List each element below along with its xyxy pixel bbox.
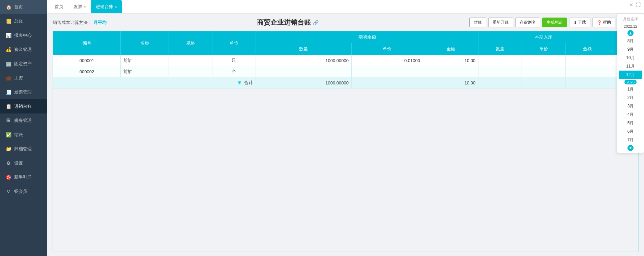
total-icon: ⊞ [238, 80, 241, 85]
row1-in-price [522, 55, 565, 66]
inventory-table: 编号 名称 规格 单位 期初余额 本期入库 数 数量 单价 金额 数量 单价 [53, 31, 638, 88]
sidebar-item-fund-management[interactable]: 💰 资金管理 [0, 43, 47, 57]
tab-invoice[interactable]: 发票 × [69, 0, 90, 13]
sidebar-item-general-ledger[interactable]: 📒 总账 [0, 14, 47, 28]
help-icon: ❓ [597, 20, 602, 25]
tax-icon: 🏛 [5, 118, 11, 123]
sidebar-item-settings[interactable]: ⚙ 设置 [0, 156, 47, 170]
row2-open-qty [256, 66, 352, 77]
tab-purchase-sales[interactable]: 进销台账 × [91, 0, 121, 13]
window-controls: ✕ ⛶ [629, 2, 641, 7]
invoice-icon: 🧾 [5, 89, 11, 95]
month-scroll-down[interactable]: ▼ [627, 145, 634, 151]
close-invoice-tab[interactable]: × [84, 5, 86, 9]
col-open-amount: 金额 [423, 43, 478, 55]
sidebar-item-tax-management[interactable]: 🏛 税务管理 [0, 113, 47, 128]
row1-open-amount: 10.00 [423, 55, 478, 66]
reopen-button[interactable]: 重新开账 [488, 18, 513, 27]
total-open-price [351, 77, 423, 88]
month-item-1[interactable]: 1月 [617, 85, 644, 94]
close-purchase-sales-tab[interactable]: × [115, 5, 117, 9]
sidebar-item-checkout[interactable]: ✅ 结账 [0, 128, 47, 142]
month-item-3[interactable]: 3月 [617, 102, 644, 110]
sidebar-item-report-center[interactable]: 📊 报表中心 [0, 28, 47, 43]
col-current-in: 本期入库 [478, 31, 609, 43]
month-item-5[interactable]: 5月 [617, 119, 644, 127]
col-in-amount: 金额 [565, 43, 609, 55]
total-label: ⊞ 合计 [53, 77, 256, 88]
month-item-7[interactable]: 7月 [617, 136, 644, 144]
generate-voucher-button[interactable]: 生成凭证 [542, 18, 567, 27]
cost-method: 销售成本计算方法： 月平均 [53, 20, 107, 26]
row1-in-qty [478, 55, 522, 66]
row1-name: 前缸 [121, 55, 169, 66]
sidebar-item-fixed-assets[interactable]: 🏢 固定资产 [0, 57, 47, 71]
month-item-10[interactable]: 10月 [617, 54, 644, 62]
row1-in-amount [565, 55, 609, 66]
col-unit: 单位 [212, 31, 256, 55]
row2-in-price [522, 66, 565, 77]
fund-icon: 💰 [5, 47, 11, 52]
total-in-price [522, 77, 565, 88]
sidebar-item-archive-management[interactable]: 📁 归档管理 [0, 142, 47, 156]
col-open-price: 单价 [351, 43, 423, 55]
scroll-up-nav: ▲ [617, 29, 644, 37]
reconcile-button[interactable]: 对账 [469, 18, 486, 27]
table-row[interactable]: 000002 前缸 个 [53, 66, 638, 77]
tab-bar: 首页 发票 × 进销台账 × [47, 0, 644, 14]
row2-open-amount [423, 66, 478, 77]
month-item-2[interactable]: 2月 [617, 94, 644, 102]
checkout-icon: ✅ [5, 132, 11, 137]
total-open-qty: 1000.00000 [256, 77, 352, 88]
month-item-12[interactable]: 12月 [619, 71, 642, 79]
settings-icon: ⚙ [5, 160, 11, 166]
toolbar: 对账 重新开账 存货别名 生成凭证 ⬇ 下载 ❓ 帮助 ↻ 刷新 [469, 18, 639, 27]
month-item-6[interactable]: 6月 [617, 127, 644, 136]
year-2022-label: 2022.12 [617, 23, 644, 29]
month-item-11[interactable]: 11月 [617, 62, 644, 71]
sidebar-item-payroll[interactable]: 💼 工资 [0, 71, 47, 85]
data-table-wrapper: 编号 名称 规格 单位 期初余额 本期入库 数 数量 单价 金额 数量 单价 [53, 31, 639, 252]
guide-icon: 🎯 [5, 175, 11, 180]
scroll-down-nav: ▼ [617, 144, 644, 152]
ledger-icon: 📒 [5, 19, 11, 24]
col-code: 编号 [53, 31, 121, 55]
col-opening-balance: 期初余额 [256, 31, 478, 43]
sidebar-item-guide[interactable]: 🎯 新手引导 [0, 170, 47, 184]
sidebar: 🏠 首页 📒 总账 📊 报表中心 💰 资金管理 🏢 固定资产 💼 工资 🧾 发票… [0, 0, 47, 256]
total-in-amount [565, 77, 609, 88]
fixed-assets-icon: 🏢 [5, 61, 11, 67]
row1-unit: 只 [212, 55, 256, 66]
report-icon: 📊 [5, 33, 11, 38]
purchase-sales-icon: 📋 [5, 104, 11, 109]
row2-code: 000002 [53, 66, 121, 77]
total-open-amount: 10.00 [423, 77, 478, 88]
link-icon[interactable]: 🔗 [313, 20, 319, 25]
row2-in-qty [478, 66, 522, 77]
month-item-4[interactable]: 4月 [617, 110, 644, 119]
help-button[interactable]: ❓ 帮助 [592, 18, 615, 27]
sidebar-item-membership[interactable]: V 畅会员 [0, 184, 47, 199]
payroll-icon: 💼 [5, 75, 11, 81]
close-window-button[interactable]: ✕ [629, 2, 633, 7]
col-spec: 规格 [169, 31, 212, 55]
month-item-9[interactable]: 9月 [617, 45, 644, 54]
save-as-button[interactable]: 存货别名 [515, 18, 540, 27]
sidebar-item-home[interactable]: 🏠 首页 [0, 0, 47, 14]
row1-spec [169, 55, 212, 66]
content-area: 销售成本计算方法： 月平均 商贸企业进销台账 🔗 对账 重新开账 存货别名 生成… [47, 14, 644, 256]
total-in-qty [478, 77, 522, 88]
sidebar-item-invoice-management[interactable]: 🧾 发票管理 [0, 85, 47, 99]
row1-open-qty: 1000.00000 [256, 55, 352, 66]
sidebar-item-purchase-sales-ledger[interactable]: 📋 进销台账 [0, 99, 47, 113]
month-item-8[interactable]: 8月 [617, 37, 644, 45]
table-row[interactable]: 000001 前缸 只 1000.00000 0.01000 10.00 [53, 55, 638, 66]
page-title: 商贸企业进销台账 [257, 18, 311, 27]
home-icon: 🏠 [5, 4, 11, 10]
row1-code: 000001 [53, 55, 121, 66]
tab-home[interactable]: 首页 [50, 0, 68, 13]
month-scroll-up[interactable]: ▲ [627, 30, 634, 36]
maximize-window-button[interactable]: ⛶ [636, 2, 641, 7]
download-button[interactable]: ⬇ 下载 [569, 18, 590, 27]
col-in-price: 单价 [522, 43, 565, 55]
